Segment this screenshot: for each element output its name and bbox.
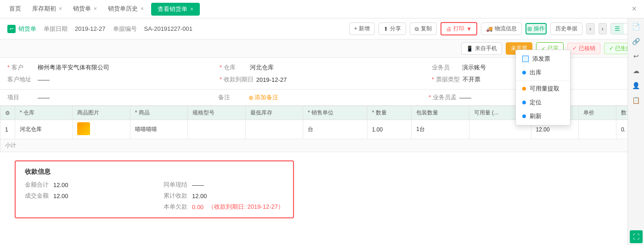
date-value: 2019-12-27 <box>75 25 106 32</box>
right-sidebar: 📄 🔗 ↩ ☁ 👤 📋 ⛶ <box>627 18 644 245</box>
customer-value: 柳州粤港平安气体有限公司 <box>38 63 109 72</box>
col-warehouse: * 仓库 <box>15 106 73 120</box>
col-img: 商品图片 <box>73 106 130 120</box>
tab-home[interactable]: 首页 <box>4 0 27 18</box>
locate-item[interactable]: 定位 <box>516 96 570 109</box>
print-icon: 🖨 <box>446 26 452 32</box>
tab-inventory-init[interactable]: 库存期初 × <box>27 0 68 18</box>
tab-close-view[interactable]: × <box>190 6 193 12</box>
sales-staff-label: 业务员孟 <box>429 93 457 102</box>
sidebar-cloud-icon[interactable]: ☁ <box>630 64 643 77</box>
prev-arrow[interactable]: ‹ <box>586 23 594 34</box>
print-button[interactable]: 🖨 打印 ▼ <box>441 22 477 35</box>
col-gear: ⚙ <box>0 106 15 120</box>
tab-view-sales[interactable]: 查看销货单 × <box>151 3 200 16</box>
outbound-item[interactable]: 出库 <box>516 66 570 80</box>
operation-icon: ⊞ <box>527 26 532 32</box>
sidebar-doc-icon[interactable]: 📄 <box>630 20 643 33</box>
sidebar-link-icon[interactable]: 🔗 <box>630 35 643 48</box>
next-arrow[interactable]: › <box>599 23 607 34</box>
sidebar-clipboard-icon[interactable]: 📋 <box>630 94 643 107</box>
available-dot <box>522 87 526 91</box>
ticket-type-value: 不开票 <box>463 75 480 84</box>
warehouse-value: 河北仓库 <box>250 63 274 72</box>
note-field: 备注 ⊕ 添加备注 <box>218 93 426 102</box>
address-field: 客户地址 —— <box>7 75 212 84</box>
col-unit: * 销售单位 <box>303 106 367 120</box>
outbound-dot <box>522 71 526 74</box>
sidebar-return-icon[interactable]: ↩ <box>630 50 643 63</box>
due-date-note: （收款到期日: 2019-12-27） <box>208 203 284 211</box>
history-button[interactable]: 历史单据 <box>550 23 582 35</box>
doc-title: ↩ 销货单 <box>7 25 36 33</box>
add-note-btn[interactable]: ⊕ 添加备注 <box>249 93 278 102</box>
operation-button[interactable]: ⊞ 操作 <box>525 23 547 34</box>
deal-amount-value: 12.00 <box>53 193 68 199</box>
doc-icon: ↩ <box>7 25 16 33</box>
deal-amount-row: 成交金额 12.00 <box>25 192 145 200</box>
same-order-label: 同单现结 <box>164 181 187 189</box>
copy-button[interactable]: ⧉ 复制 <box>410 23 437 35</box>
col-price: 单价 <box>579 106 616 120</box>
ticket-type-label: 票据类型 <box>432 75 460 84</box>
sidebar-user-icon[interactable]: 👤 <box>630 79 643 92</box>
available-qty-item[interactable]: 可用量提取 <box>516 82 570 96</box>
payment-grid: 金额合计 12.00 成交金额 12.00 同单现结 —— <box>25 181 284 211</box>
due-date-label: 收款到期日 <box>220 75 254 84</box>
dropdown-divider-1 <box>516 80 570 81</box>
logistics-button[interactable]: 🚚 物流信息 <box>481 23 522 35</box>
add-invoice-icon <box>522 56 529 62</box>
row-price <box>579 120 616 139</box>
customer-field: 客户 柳州粤港平安气体有限公司 <box>7 63 212 72</box>
staff-value: 演示账号 <box>462 63 486 72</box>
refresh-dot <box>522 114 526 118</box>
row-qty: 1.00 <box>367 120 411 139</box>
deal-amount-label: 成交金额 <box>25 192 49 200</box>
from-mobile-btn[interactable]: 📱 来自手机 <box>461 42 502 55</box>
tab-close-sales[interactable]: × <box>94 6 97 12</box>
tab-close-history[interactable]: × <box>141 6 144 12</box>
row-pack-qty: 1台 <box>412 120 469 139</box>
due-date-value: 2019-12-27 <box>256 76 287 83</box>
amount-total-row: 金额合计 12.00 <box>25 181 145 189</box>
payment-section: 收款信息 金额合计 12.00 成交金额 12.00 <box>0 152 644 227</box>
address-label: 客户地址 <box>7 75 35 84</box>
add-invoice-item[interactable]: 添发票 <box>516 52 570 66</box>
due-amount-value: 0.00 <box>192 204 203 211</box>
customer-label: 客户 <box>7 63 35 72</box>
project-field: 项目 —— <box>7 93 215 102</box>
payment-title: 收款信息 <box>25 168 284 176</box>
tab-close-inventory[interactable]: × <box>59 6 62 12</box>
due-date-field: 收款到期日 2019-12-27 <box>220 75 424 84</box>
product-image <box>77 122 90 135</box>
cancelled-badge: ✓ 已核销 <box>567 43 600 54</box>
new-button[interactable]: + 新增 <box>349 23 375 35</box>
logistics-icon: 🚚 <box>486 26 493 32</box>
list-view-btn[interactable]: ☰ <box>611 23 624 34</box>
tab-sales-order[interactable]: 销货单 × <box>68 0 102 18</box>
col-product: * 商品 <box>130 106 187 120</box>
share-button[interactable]: ⬆ 分享 <box>378 23 406 35</box>
tab-bar: 首页 库存期初 × 销货单 × 销货单历史 × 查看销货单 × × <box>0 0 644 18</box>
cancelled-icon: ✓ <box>572 45 577 51</box>
refresh-item[interactable]: 刷新 <box>516 109 570 123</box>
window-close-button[interactable]: × <box>628 4 640 14</box>
col-spec: 规格型号 <box>188 106 245 120</box>
number-value: SA-20191227-001 <box>144 25 193 32</box>
total-received-value: 12.00 <box>192 193 207 199</box>
subtotal-row: 小计 <box>0 139 644 152</box>
address-value: —— <box>38 76 50 83</box>
effective-icon: ✓ <box>609 45 614 51</box>
sales-staff-value: —— <box>459 94 471 101</box>
doc-title-text: 销货单 <box>18 25 36 33</box>
doc-meta: 单据日期 2019-12-27 单据编号 SA-20191227-001 <box>44 25 192 33</box>
payment-info-box: 收款信息 金额合计 12.00 成交金额 12.00 <box>15 160 294 218</box>
project-value: —— <box>38 94 50 101</box>
row-unit: 台 <box>303 120 367 139</box>
sidebar-expand-icon[interactable]: ⛶ <box>630 230 643 243</box>
col-min-stock: 最低库存 <box>245 106 303 120</box>
tab-sales-history[interactable]: 销货单历史 × <box>102 0 149 18</box>
row-img <box>73 120 130 139</box>
print-dropdown-icon: ▼ <box>466 26 472 32</box>
total-received-label: 累计收款 <box>164 192 187 200</box>
